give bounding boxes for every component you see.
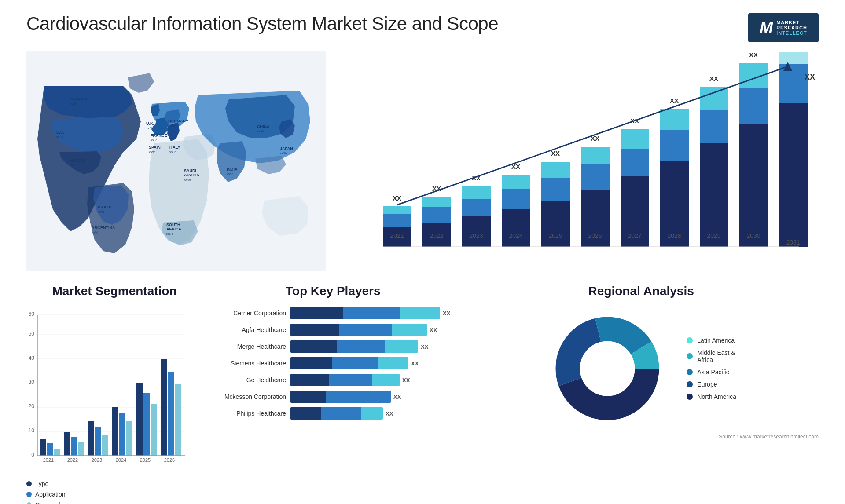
key-players: Top Key Players Cerner Corporation XX — [216, 284, 450, 504]
seg-legend-type: Type — [26, 480, 202, 487]
bar-seg3-philips — [361, 407, 383, 420]
player-name-cerner: Cerner Corporation — [216, 310, 286, 317]
players-list: Cerner Corporation XX Agfa Healthcare — [216, 307, 450, 420]
player-name-philips: Philips Healthcare — [216, 410, 286, 417]
legend-mea: Middle East &Africa — [687, 349, 736, 363]
player-bar-wrap-cerner: XX — [290, 307, 450, 319]
svg-text:xx%: xx% — [184, 178, 191, 182]
legend-label-latin-america: Latin America — [697, 337, 735, 344]
svg-rect-54 — [175, 384, 181, 456]
map-label-china: CHINA — [257, 124, 270, 129]
bar-2028-year: 2028 — [667, 232, 681, 239]
bar-2028-label: XX — [670, 97, 679, 104]
seg-dot-geo — [26, 502, 32, 504]
svg-text:xx%: xx% — [70, 102, 77, 106]
regional-content: Latin America Middle East &Africa Asia P… — [463, 307, 819, 430]
svg-text:xx%: xx% — [169, 150, 176, 154]
player-name-siemens: Siemens Healthcare — [216, 360, 286, 367]
bar-2030-year: 2030 — [746, 232, 760, 239]
bar-2031-year: 2031 — [786, 239, 800, 246]
logo-m: M — [760, 18, 773, 37]
donut-center — [581, 342, 634, 395]
svg-rect-32 — [40, 439, 46, 456]
svg-text:xx%: xx% — [70, 163, 76, 167]
bar-chart-container: XX 2021 XX 2022 XX 2023 XX 2024 — [343, 51, 819, 271]
page-container: Cardiovascular Information System Market… — [0, 0, 845, 504]
player-bar-cerner — [290, 307, 440, 319]
bar-2029-seg3 — [700, 87, 728, 110]
player-bar-wrap-mckesson: XX — [290, 391, 450, 403]
logo-intellect: INTELLECT — [776, 30, 807, 36]
player-row-agfa: Agfa Healthcare XX — [216, 324, 450, 336]
bar-2031-seg3 — [779, 52, 808, 64]
bar-2031-seg1 — [779, 103, 808, 247]
svg-rect-53 — [168, 372, 174, 456]
legend-label-asia: Asia Pacific — [697, 369, 729, 376]
map-container: CANADA xx% U.S. xx% MEXICO xx% BRAZIL xx… — [26, 51, 326, 271]
svg-text:20: 20 — [29, 403, 35, 409]
seg-chart-area: 0 10 20 30 40 50 60 — [26, 307, 202, 492]
bar-2026-year: 2026 — [588, 232, 602, 239]
map-label-france: FRANCE — [151, 133, 167, 138]
header: Cardiovascular Information System Market… — [26, 13, 819, 42]
bar-seg3-cerner — [400, 307, 440, 319]
seg-label-app: Application — [35, 491, 66, 498]
logo-research: RESEARCH — [776, 25, 807, 30]
map-label-japan: JAPAN — [280, 146, 293, 151]
seg-svg: 0 10 20 30 40 50 60 — [26, 307, 194, 474]
bar-2025-year: 2025 — [548, 232, 562, 239]
bar-2022-year: 2022 — [430, 232, 443, 239]
svg-rect-41 — [95, 427, 101, 456]
player-xx-mckesson: XX — [393, 394, 401, 400]
legend-dot-north-america — [687, 394, 693, 400]
svg-text:xx%: xx% — [146, 126, 153, 130]
map-label-south-africa: SOUTH — [166, 223, 180, 227]
svg-text:2026: 2026 — [164, 457, 175, 463]
svg-rect-38 — [78, 442, 84, 456]
regional-title: Regional Analysis — [463, 284, 819, 298]
seg-dot-app — [26, 492, 32, 497]
player-xx-philips: XX — [386, 410, 393, 417]
svg-rect-45 — [119, 413, 125, 456]
map-label-brazil: BRAZIL — [98, 205, 112, 209]
map-label-india: INDIA — [227, 167, 238, 172]
player-bar-wrap-merge: XX — [290, 340, 450, 353]
player-row-philips: Philips Healthcare XX — [216, 407, 450, 420]
player-name-merge: Merge Healthcare — [216, 343, 286, 350]
bar-2021-seg2 — [383, 214, 411, 227]
map-label-spain: SPAIN — [149, 145, 161, 150]
svg-text:2023: 2023 — [92, 457, 102, 463]
legend-dot-mea — [687, 353, 693, 359]
player-xx-ge: XX — [402, 377, 410, 383]
player-bar-agfa — [290, 324, 427, 336]
seg-legend: Type Application Geography — [26, 480, 202, 504]
map-label-italy: ITALY — [169, 145, 180, 150]
bar-chart-svg: XX 2021 XX 2022 XX 2023 XX 2024 — [352, 51, 819, 271]
world-map-svg: CANADA xx% U.S. xx% MEXICO xx% BRAZIL xx… — [26, 51, 326, 271]
map-label-uk: U.K. — [146, 121, 154, 126]
player-bar-ge — [290, 374, 400, 386]
bar-seg1-siemens — [290, 357, 332, 369]
player-xx-merge: XX — [421, 343, 428, 350]
svg-text:xx%: xx% — [151, 138, 157, 142]
player-bar-merge — [290, 340, 418, 353]
bar-2028-seg3 — [660, 109, 689, 130]
player-bar-philips — [290, 407, 383, 420]
bar-2023-seg3 — [462, 186, 491, 199]
bar-seg1-philips — [290, 407, 321, 420]
regional-analysis: Regional Analysis — [463, 284, 819, 504]
svg-rect-40 — [88, 421, 94, 456]
svg-text:AFRICA: AFRICA — [166, 227, 181, 231]
bar-seg2-ge — [329, 374, 372, 386]
bar-2024-seg3 — [502, 175, 530, 189]
bar-2023-year: 2023 — [469, 232, 483, 239]
bar-2030-seg2 — [739, 88, 768, 124]
seg-dot-type — [26, 481, 32, 486]
legend-north-america: North America — [687, 393, 736, 400]
donut-svg — [546, 307, 669, 430]
svg-rect-49 — [143, 393, 150, 456]
bar-2022-seg2 — [422, 207, 451, 223]
player-xx-cerner: XX — [443, 310, 450, 317]
bar-2021-year: 2021 — [390, 232, 404, 239]
player-xx-agfa: XX — [430, 327, 437, 333]
